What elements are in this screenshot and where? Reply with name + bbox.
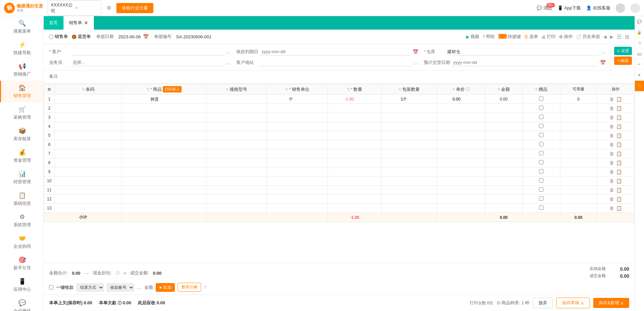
product-input[interactable] bbox=[151, 124, 178, 129]
barcode-input[interactable] bbox=[75, 124, 102, 129]
float-book-btn[interactable]: 📖 bbox=[635, 48, 644, 59]
packqty-input[interactable] bbox=[401, 115, 418, 120]
product-input[interactable] bbox=[151, 169, 178, 174]
add-btn[interactable]: ● 添加 bbox=[156, 283, 175, 292]
row-gift[interactable] bbox=[523, 140, 560, 149]
company-selector[interactable]: XXXXXX公司 ▾ bbox=[48, 0, 102, 16]
row-pack-qty[interactable] bbox=[381, 122, 437, 131]
barcode-input[interactable] bbox=[75, 179, 102, 183]
expense-btn[interactable]: 费用分摊 bbox=[178, 283, 201, 292]
gift-checkbox[interactable] bbox=[539, 133, 543, 137]
print-btn[interactable]: 🖨 打印 bbox=[541, 34, 556, 40]
sidebar-item-purchase[interactable]: 🛒 采购管理 bbox=[0, 102, 43, 124]
save-new-btn[interactable]: 保存&新增 ∧ bbox=[593, 298, 629, 308]
sidebar-item-quick-nav[interactable]: ⚡ 快捷导航 bbox=[0, 38, 43, 59]
barcode-input[interactable] bbox=[75, 151, 102, 156]
row-barcode[interactable] bbox=[55, 204, 122, 213]
row-unit[interactable] bbox=[267, 177, 328, 186]
unit-input[interactable] bbox=[289, 115, 306, 120]
row-gift[interactable] bbox=[523, 167, 560, 177]
row-product[interactable] bbox=[122, 95, 206, 104]
row-gift[interactable] bbox=[523, 149, 560, 158]
float-edit-btn[interactable]: ✏ bbox=[635, 59, 644, 70]
gift-checkbox[interactable] bbox=[539, 205, 543, 210]
delete-icon[interactable]: 🗑 bbox=[609, 169, 614, 174]
sort-spec-icon[interactable]: ⇅ bbox=[226, 87, 229, 91]
packqty-input[interactable] bbox=[401, 188, 418, 192]
row-price[interactable] bbox=[437, 204, 485, 213]
unit-input[interactable] bbox=[289, 169, 306, 174]
trial-button[interactable]: 体验行业方案 bbox=[116, 3, 153, 13]
row-pack-qty[interactable] bbox=[381, 140, 437, 149]
row-product[interactable] bbox=[122, 195, 206, 204]
customer-input[interactable] bbox=[71, 48, 224, 55]
shortcut-btn[interactable]: ⌨ 快捷键 bbox=[498, 33, 521, 40]
row-gift[interactable] bbox=[523, 195, 560, 204]
row-product[interactable] bbox=[122, 104, 206, 113]
spec-input[interactable] bbox=[225, 133, 248, 138]
row-pack-qty[interactable] bbox=[381, 186, 437, 195]
product-input[interactable] bbox=[151, 188, 178, 192]
delete-icon[interactable]: 🗑 bbox=[609, 133, 614, 138]
delete-icon[interactable]: 🗑 bbox=[609, 142, 614, 147]
barcode-input[interactable] bbox=[75, 160, 102, 165]
price-input[interactable] bbox=[453, 197, 469, 201]
product-input[interactable] bbox=[151, 206, 178, 210]
sidebar-item-sales[interactable]: 🏠 销售管理 bbox=[0, 81, 43, 102]
row-product[interactable] bbox=[122, 122, 206, 131]
row-spec[interactable] bbox=[206, 195, 267, 204]
copy-icon[interactable]: 📋 bbox=[616, 151, 622, 156]
row-price[interactable] bbox=[437, 131, 485, 140]
row-pack-qty[interactable] bbox=[381, 95, 437, 104]
sort-packqty-icon[interactable]: ⇅ bbox=[399, 87, 401, 91]
price-input[interactable] bbox=[453, 169, 469, 174]
row-spec[interactable] bbox=[206, 122, 267, 131]
sort-gift-icon[interactable]: ⇅ bbox=[535, 87, 538, 91]
barcode-input[interactable] bbox=[75, 106, 102, 111]
copy-icon[interactable]: 📋 bbox=[616, 160, 622, 165]
unit-input[interactable] bbox=[289, 124, 306, 129]
notes-input[interactable] bbox=[71, 73, 629, 80]
row-product[interactable] bbox=[122, 113, 206, 122]
price-input[interactable] bbox=[453, 124, 469, 129]
price-input[interactable] bbox=[453, 133, 469, 138]
barcode-input[interactable] bbox=[75, 142, 102, 147]
unit-input[interactable] bbox=[289, 206, 306, 210]
product-input[interactable] bbox=[151, 115, 178, 120]
message-btn[interactable]: 💬 消息 99+ bbox=[537, 5, 552, 11]
salesperson-ellipsis[interactable]: … bbox=[226, 60, 231, 65]
expected-date-input[interactable] bbox=[452, 59, 598, 66]
avatar[interactable] bbox=[616, 3, 625, 13]
row-barcode[interactable] bbox=[55, 149, 122, 158]
copy-icon[interactable]: 📋 bbox=[616, 187, 622, 193]
warehouse-input[interactable] bbox=[446, 48, 599, 55]
radio-sales[interactable]: 销售单 bbox=[49, 34, 68, 40]
row-qty[interactable] bbox=[328, 158, 381, 167]
barcode-input[interactable] bbox=[75, 188, 102, 192]
copy-icon[interactable]: 📋 bbox=[616, 133, 622, 138]
customer-address-ellipsis[interactable]: … bbox=[414, 60, 418, 65]
sort-unit-icon[interactable]: ⇅ bbox=[285, 87, 288, 91]
row-unit[interactable] bbox=[267, 122, 328, 131]
spec-input[interactable] bbox=[225, 97, 248, 102]
row-unit[interactable] bbox=[267, 167, 328, 177]
row-product[interactable] bbox=[122, 204, 206, 213]
spec-input[interactable] bbox=[225, 106, 248, 111]
row-barcode[interactable] bbox=[55, 113, 122, 122]
row-spec[interactable] bbox=[206, 149, 267, 158]
packqty-input[interactable] bbox=[401, 97, 418, 102]
row-qty[interactable] bbox=[328, 131, 381, 140]
row-price[interactable] bbox=[437, 195, 485, 204]
row-gift[interactable] bbox=[523, 113, 560, 122]
packqty-input[interactable] bbox=[401, 106, 418, 111]
row-product[interactable] bbox=[122, 167, 206, 177]
copy-icon[interactable]: 📋 bbox=[616, 178, 622, 184]
row-qty[interactable] bbox=[328, 186, 381, 195]
row-product[interactable] bbox=[122, 149, 206, 158]
row-pack-qty[interactable] bbox=[381, 177, 437, 186]
row-unit[interactable] bbox=[267, 140, 328, 149]
qty-input[interactable] bbox=[345, 97, 365, 102]
delete-icon[interactable]: 🗑 bbox=[609, 205, 614, 211]
row-gift[interactable] bbox=[523, 204, 560, 213]
copy-icon[interactable]: 📋 bbox=[616, 205, 622, 211]
